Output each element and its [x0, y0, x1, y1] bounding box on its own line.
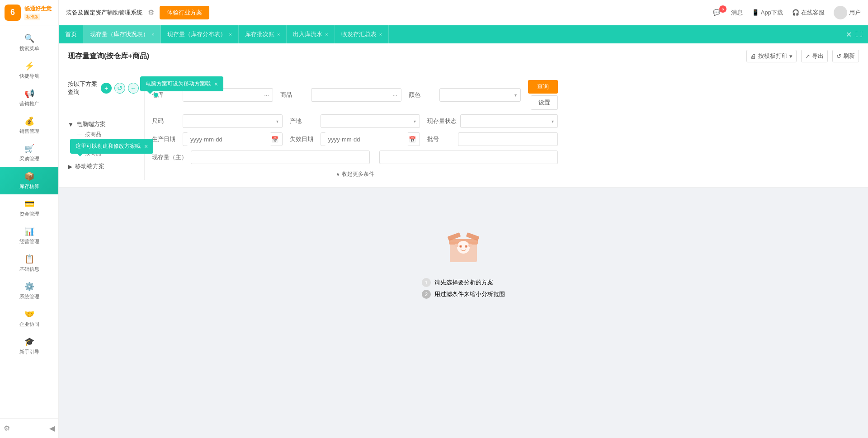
sidebar-collapse-icon[interactable]: ◀ — [49, 424, 55, 433]
tab-home[interactable]: 首页 — [59, 25, 84, 43]
tab-inventory-status[interactable]: 现存量（库存状况表） × — [84, 25, 161, 43]
sidebar-item-sales[interactable]: 💰 销售管理 — [0, 112, 58, 139]
sidebar-item-operations[interactable]: 📊 经营管理 — [0, 222, 58, 250]
stock-status-select[interactable]: ▾ — [460, 114, 558, 128]
sidebar-item-quick[interactable]: ⚡ 快捷导航 — [0, 57, 58, 84]
sidebar-item-enterprise[interactable]: 🤝 企业协同 — [0, 305, 58, 332]
form-row-3: 生产日期 📅 失效日期 📅 批号 — [152, 132, 558, 146]
step-1-text: 请先选择要分析的方案 — [434, 278, 493, 287]
finance-nav-icon: 💳 — [24, 199, 34, 209]
sidebar-item-purchase[interactable]: 🛒 采购管理 — [0, 139, 58, 167]
tab-inventory-dist[interactable]: 现存量（库存分布表） × — [161, 25, 238, 43]
print-icon: 🖨 — [750, 53, 756, 60]
tooltip2-close[interactable]: × — [144, 143, 148, 150]
warehouse-dots[interactable]: ··· — [264, 92, 269, 99]
search-actions: 查询 设置 — [528, 80, 558, 110]
tab-summary-label: 收发存汇总表 — [341, 30, 377, 38]
tabs-close-icon[interactable]: ✕ — [846, 30, 852, 39]
sidebar-item-finance[interactable]: 💳 资金管理 — [0, 194, 58, 222]
sidebar-item-guide[interactable]: 🎓 新手引导 — [0, 332, 58, 360]
empty-text: 1 请先选择要分析的方案 2 用过滤条件来缩小分析范围 — [422, 278, 505, 299]
collapse-btn[interactable]: ∧ 收起更多条件 — [336, 170, 374, 178]
search-btn[interactable]: 查询 — [528, 80, 558, 94]
arrow-scheme-btn[interactable]: ← — [128, 83, 139, 94]
reset-btn[interactable]: 设置 — [531, 95, 558, 110]
sidebar-item-guide-label: 新手引导 — [19, 349, 39, 355]
system-nav-icon: ⚙️ — [24, 282, 34, 292]
query-area: 按以下方案查询 + ↺ ← 电脑方案可设为移动方案哦 × — [59, 69, 868, 188]
stock-qty-from[interactable] — [191, 151, 370, 164]
online-service-btn[interactable]: 🎧 在线客服 — [792, 9, 825, 17]
goods-select[interactable]: ··· — [311, 88, 401, 102]
online-service-label: 在线客服 — [801, 9, 825, 17]
query-actions: + ↺ ← — [101, 83, 139, 94]
expiry-date-input[interactable] — [325, 132, 409, 146]
search-nav-icon: 🔍 — [24, 33, 34, 43]
add-scheme-btn[interactable]: + — [101, 83, 112, 94]
sidebar-item-operations-label: 经营管理 — [19, 238, 39, 245]
production-date-input[interactable] — [187, 132, 271, 146]
enterprise-nav-icon: 🤝 — [24, 309, 34, 319]
sidebar-item-system[interactable]: ⚙️ 系统管理 — [0, 277, 58, 305]
inventory-nav-icon: 📦 — [24, 171, 34, 181]
tab-batch-close[interactable]: × — [277, 32, 280, 37]
message-btn[interactable]: 💬 6 消息 — [713, 9, 743, 17]
form-group-expiry-date: 失效日期 📅 — [290, 132, 420, 146]
form-area: 仓库 ··· 商品 ··· 颜色 — [152, 80, 558, 180]
tabs-expand-icon[interactable]: ⛶ — [855, 30, 863, 38]
sidebar-item-basic[interactable]: 📋 基础信息 — [0, 250, 58, 277]
mobile-scheme-label: 移动端方案 — [75, 162, 104, 170]
tabs-bar: 首页 现存量（库存状况表） × 现存量（库存分布表） × 库存批次账 × 出入库… — [59, 25, 868, 43]
tab-summary-close[interactable]: × — [379, 32, 382, 37]
sidebar-item-basic-label: 基础信息 — [19, 266, 39, 273]
size-select[interactable]: ▾ — [183, 114, 283, 128]
sidebar-item-search[interactable]: 🔍 搜索菜单 — [0, 29, 58, 57]
expiry-date-input-wrap: 📅 — [321, 132, 420, 146]
user-avatar — [834, 6, 847, 19]
tab-flow-close[interactable]: × — [325, 32, 328, 37]
refresh-btn[interactable]: ↺ 刷新 — [832, 50, 859, 62]
mobile-scheme-node[interactable]: ▶ 移动端方案 — [68, 161, 139, 172]
tab-summary[interactable]: 收发存汇总表 × — [335, 25, 389, 43]
experience-btn[interactable]: 体验行业方案 — [160, 6, 209, 19]
stock-qty-to[interactable] — [379, 151, 558, 164]
print-btn[interactable]: 🖨 按模板打印 ▾ — [746, 50, 797, 62]
sidebar-item-inventory[interactable]: 📦 库存核算 — [0, 167, 58, 194]
step-2-text: 用过滤条件来缩小分析范围 — [434, 290, 505, 298]
form-group-production-date: 生产日期 📅 — [152, 132, 283, 146]
sidebar-settings-icon[interactable]: ⚙ — [4, 424, 10, 433]
topbar-right: 💬 6 消息 📱 App下载 🎧 在线客服 用户 — [713, 6, 861, 19]
tooltip-create-scheme: 这里可以创建和修改方案哦 × — [70, 139, 153, 154]
svg-point-9 — [455, 244, 458, 247]
user-label: 用户 — [849, 9, 861, 17]
tooltip1-close[interactable]: × — [214, 80, 218, 88]
user-btn[interactable]: 用户 — [834, 6, 861, 19]
scheme-subitem-goods[interactable]: — 按商品 — [68, 130, 139, 139]
app-download-btn[interactable]: 📱 App下载 — [752, 9, 783, 17]
refresh-scheme-btn[interactable]: ↺ — [114, 83, 125, 94]
tab-batch[interactable]: 库存批次账 × — [239, 25, 287, 43]
sidebar: 6 畅通好生意 标准版 🔍 搜索菜单 ⚡ 快捷导航 📢 营销推广 💰 销售管理 … — [0, 0, 59, 438]
goods-dots[interactable]: ··· — [392, 92, 397, 99]
export-btn[interactable]: ↗ 导出 — [801, 50, 828, 62]
color-select[interactable]: ▾ — [439, 88, 521, 102]
desktop-scheme-node[interactable]: ▼ 电脑端方案 — [68, 119, 139, 130]
form-group-batch: 批号 — [427, 132, 558, 146]
tab-inventory-dist-label: 现存量（库存分布表） — [167, 30, 226, 38]
sidebar-item-marketing[interactable]: 📢 营销推广 — [0, 84, 58, 112]
production-date-calendar-icon[interactable]: 📅 — [271, 136, 278, 143]
system-title: 装备及固定资产辅助管理系统 — [66, 9, 142, 17]
tab-inventory-status-close[interactable]: × — [151, 32, 154, 37]
sidebar-item-system-label: 系统管理 — [19, 293, 39, 300]
tab-flow-label: 出入库流水 — [293, 30, 322, 38]
tab-inventory-dist-close[interactable]: × — [229, 32, 231, 37]
tab-flow[interactable]: 出入库流水 × — [287, 25, 335, 43]
size-label: 尺码 — [152, 117, 179, 125]
stock-qty-range: — — [191, 151, 558, 164]
expiry-date-calendar-icon[interactable]: 📅 — [409, 136, 416, 143]
batch-input[interactable] — [458, 132, 558, 146]
collapse-row: ∧ 收起更多条件 — [152, 167, 558, 180]
settings-icon[interactable]: ⚙ — [148, 8, 154, 17]
origin-select[interactable]: ▾ — [321, 114, 420, 128]
step-2-num: 2 — [422, 290, 431, 299]
